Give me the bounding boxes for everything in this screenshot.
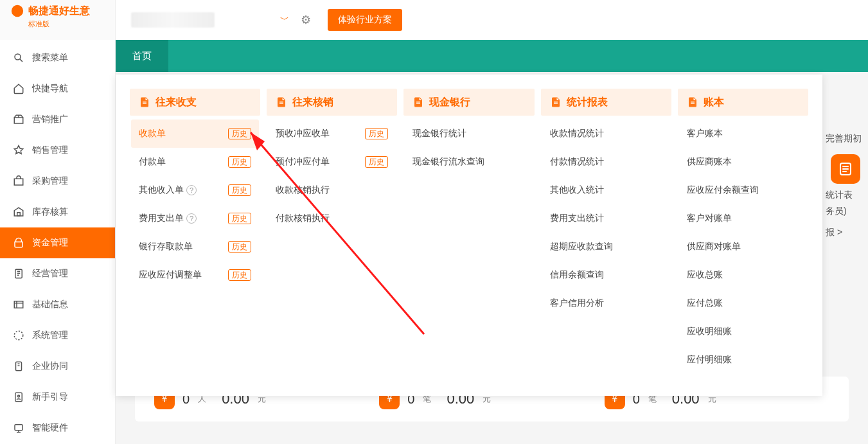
- mega-column-title: 往来收支: [155, 96, 197, 109]
- mega-item[interactable]: 收款核销执行: [268, 176, 396, 204]
- svg-rect-11: [15, 425, 22, 431]
- sidebar-item-inventory[interactable]: 库存核算: [0, 197, 115, 227]
- mega-item[interactable]: 超期应收款查询: [542, 233, 670, 261]
- mega-item[interactable]: 供应商账本: [679, 148, 807, 176]
- mega-item[interactable]: 银行存取款单历史: [131, 233, 259, 261]
- history-badge[interactable]: 历史: [228, 269, 251, 281]
- mega-column-list: 收款单历史付款单历史其他收入单?历史费用支出单?历史银行存取款单历史应收应付调整…: [130, 116, 260, 293]
- mega-item-label: 客户对账单: [687, 213, 732, 224]
- mega-item-label: 应收应付余额查询: [687, 184, 759, 196]
- mega-item[interactable]: 应收明细账: [679, 317, 807, 346]
- sidebar-item-label: 采购管理: [32, 175, 68, 187]
- sidebar-item-marketing[interactable]: 营销推广: [0, 104, 115, 135]
- document-icon: [412, 96, 424, 108]
- right-strip: 完善期初 统计表 务员) 报 >: [823, 75, 868, 238]
- mega-item[interactable]: 付款单历史: [131, 148, 259, 176]
- history-badge[interactable]: 历史: [228, 241, 251, 253]
- history-badge[interactable]: 历史: [228, 184, 251, 196]
- strip-hint-1[interactable]: 完善期初: [826, 131, 865, 145]
- mega-item-label: 超期应收款查询: [550, 241, 613, 253]
- svg-rect-4: [17, 213, 21, 216]
- sidebar-item-sales[interactable]: 销售管理: [0, 135, 115, 166]
- mega-item-label: 付款单: [139, 156, 166, 168]
- mega-item[interactable]: 费用支出统计: [542, 204, 670, 233]
- mega-item-label: 费用支出统计: [550, 213, 604, 224]
- mega-item[interactable]: 其他收入单?历史: [131, 176, 259, 204]
- mega-item[interactable]: 付款核销执行: [268, 204, 396, 233]
- funds-megamenu: 往来收支收款单历史付款单历史其他收入单?历史费用支出单?历史银行存取款单历史应收…: [116, 75, 822, 396]
- mega-item-label: 应付明细账: [687, 354, 732, 366]
- document-icon: [276, 96, 287, 108]
- strip-app-icon[interactable]: [831, 154, 860, 184]
- mega-item[interactable]: 其他收入统计: [542, 176, 670, 204]
- mega-item[interactable]: 应收应付调整单历史: [131, 261, 259, 289]
- logo-icon: [10, 4, 24, 18]
- sidebar-item-funds[interactable]: 资金管理: [0, 227, 115, 258]
- mega-item-label: 收款情况统计: [550, 128, 604, 139]
- mega-item[interactable]: 客户对账单: [679, 204, 807, 233]
- mega-item-label: 银行存取款单: [139, 241, 193, 253]
- mega-column-title: 账本: [704, 96, 724, 109]
- mega-column-header: 往来核销: [267, 89, 397, 116]
- mega-column: 往来核销预收冲应收单历史预付冲应付单历史收款核销执行付款核销执行: [267, 89, 397, 377]
- strip-hint-2a: 统计表: [826, 188, 865, 202]
- mega-item-label: 其他收入单?: [139, 184, 197, 196]
- mega-item[interactable]: 收款单历史: [131, 120, 259, 148]
- mega-item[interactable]: 客户信用分析: [542, 289, 670, 317]
- mega-item[interactable]: 预收冲应收单历史: [268, 120, 396, 148]
- mega-item[interactable]: 现金银行流水查询: [405, 148, 533, 176]
- help-icon[interactable]: ?: [186, 185, 197, 195]
- mega-item-label: 现金银行流水查询: [412, 156, 484, 168]
- mega-item[interactable]: 费用支出单?历史: [131, 204, 259, 233]
- tab-home[interactable]: 首页: [116, 40, 168, 72]
- mega-item-label: 客户账本: [687, 128, 723, 139]
- help-icon[interactable]: ?: [186, 213, 197, 224]
- svg-point-7: [14, 331, 23, 340]
- sidebar-item-label: 基础信息: [32, 299, 68, 310]
- mega-item[interactable]: 应付明细账: [679, 346, 807, 374]
- mega-item[interactable]: 预付冲应付单历史: [268, 148, 396, 176]
- history-badge[interactable]: 历史: [228, 128, 251, 139]
- mega-item-label: 付款核销执行: [276, 213, 330, 224]
- chevron-down-icon[interactable]: ﹀: [280, 14, 289, 26]
- svg-rect-2: [14, 118, 23, 123]
- guide-icon: [13, 391, 24, 403]
- sidebar-item-hardware[interactable]: 智能硬件: [0, 413, 115, 443]
- mega-item[interactable]: 应收应付余额查询: [679, 176, 807, 204]
- mega-item-label: 费用支出单?: [139, 213, 197, 224]
- sidebar-item-purchase[interactable]: 采购管理: [0, 166, 115, 197]
- gear-icon[interactable]: ⚙: [301, 13, 311, 27]
- sidebar-item-quick-nav[interactable]: 快捷导航: [0, 73, 115, 104]
- mega-item-label: 其他收入统计: [550, 184, 604, 196]
- history-badge[interactable]: 历史: [228, 156, 251, 168]
- mega-item[interactable]: 应收总账: [679, 261, 807, 289]
- cta-button[interactable]: 体验行业方案: [328, 9, 402, 31]
- svg-point-10: [18, 395, 20, 397]
- mega-item[interactable]: 应付总账: [679, 289, 807, 317]
- logo-area: 畅捷通好生意 标准版: [0, 0, 115, 40]
- mega-item[interactable]: 收款情况统计: [542, 120, 670, 148]
- mega-item-label: 供应商对账单: [687, 241, 741, 253]
- sidebar-item-label: 快捷导航: [32, 83, 68, 94]
- mega-item[interactable]: 信用余额查询: [542, 261, 670, 289]
- mega-column-header: 现金银行: [403, 89, 534, 116]
- sidebar-item-enterprise[interactable]: 企业协同: [0, 351, 115, 382]
- history-badge[interactable]: 历史: [365, 156, 388, 168]
- sidebar-item-operations[interactable]: 经营管理: [0, 258, 115, 289]
- history-badge[interactable]: 历史: [228, 213, 251, 224]
- mega-item[interactable]: 供应商对账单: [679, 233, 807, 261]
- mega-item[interactable]: 付款情况统计: [542, 148, 670, 176]
- mega-item-label: 应收总账: [687, 269, 723, 281]
- mega-column: 往来收支收款单历史付款单历史其他收入单?历史费用支出单?历史银行存取款单历史应收…: [130, 89, 260, 377]
- mega-item[interactable]: 现金银行统计: [405, 120, 533, 148]
- sidebar-item-system[interactable]: 系统管理: [0, 320, 115, 351]
- mega-column-header: 统计报表: [541, 89, 671, 116]
- mega-column: 统计报表收款情况统计付款情况统计其他收入统计费用支出统计超期应收款查询信用余额查…: [541, 89, 671, 377]
- mega-item[interactable]: 客户账本: [679, 120, 807, 148]
- history-badge[interactable]: 历史: [365, 128, 388, 139]
- sidebar-item-label: 新手引导: [32, 391, 68, 403]
- sidebar-item-guide[interactable]: 新手引导: [0, 382, 115, 413]
- sidebar-item-basic-info[interactable]: 基础信息: [0, 289, 115, 320]
- strip-link[interactable]: 报 >: [826, 227, 865, 238]
- sidebar-item-search-menu[interactable]: 搜索菜单: [0, 42, 115, 73]
